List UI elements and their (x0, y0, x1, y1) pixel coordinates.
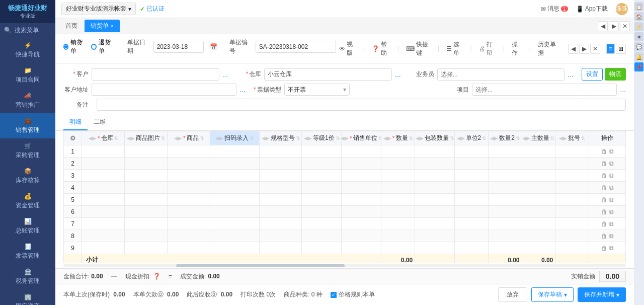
message-button[interactable]: ✉ 消息 1 (541, 5, 568, 13)
row-4-unit2[interactable] (454, 182, 488, 194)
row-7-main-qty[interactable] (522, 218, 555, 230)
row-3-price[interactable] (302, 170, 342, 182)
app-download-button[interactable]: 📱 App下载 (576, 5, 608, 13)
row-4-spec[interactable] (259, 182, 302, 194)
row-1-price[interactable] (302, 145, 342, 158)
row-7-copy-icon[interactable]: ⧉ (609, 220, 614, 227)
row-2-product[interactable] (168, 158, 210, 170)
row-2-spec[interactable] (259, 158, 302, 170)
row-2-price[interactable] (302, 158, 342, 170)
row-4-qty2[interactable] (488, 182, 522, 194)
staff-dots[interactable]: ... (568, 70, 574, 79)
row-5-unit[interactable] (342, 194, 381, 206)
row-9-delete-icon[interactable]: 🗑 (601, 245, 607, 252)
sort-unit2-icon[interactable]: ⇅ (482, 135, 486, 141)
sidebar-item-sales[interactable]: 💼 销售管理 (0, 113, 55, 138)
logistics-button[interactable]: 物流 (605, 68, 626, 81)
row-5-qty[interactable] (381, 194, 415, 206)
row-7-price[interactable] (302, 218, 342, 230)
sort-price-icon[interactable]: ⇅ (336, 135, 340, 141)
sort-unit-left-icon[interactable]: ◀▶ (341, 135, 349, 141)
sort-pack-left-icon[interactable]: ◀▶ (416, 135, 424, 141)
row-1-warehouse[interactable] (82, 145, 125, 158)
sort-batch-left-icon[interactable]: ◀▶ (559, 135, 567, 141)
row-6-barcode[interactable] (210, 206, 259, 218)
sort-qty-icon[interactable]: ⇅ (409, 135, 413, 141)
row-8-copy-icon[interactable]: ⧉ (609, 233, 614, 240)
row-5-delete-icon[interactable]: 🗑 (601, 196, 607, 203)
sidebar-item-inventory[interactable]: 📦 库存核算 (0, 164, 55, 189)
row-1-spec[interactable] (259, 145, 302, 158)
sort-barcode-left-icon[interactable]: ◀▶ (215, 135, 223, 141)
row-4-copy-icon[interactable]: ⧉ (609, 184, 614, 191)
row-9-qty[interactable] (381, 242, 415, 254)
row-6-product[interactable] (168, 206, 210, 218)
sort-price-left-icon[interactable]: ◀▶ (304, 135, 312, 141)
row-8-qty2[interactable] (488, 230, 522, 242)
row-6-spec[interactable] (259, 206, 302, 218)
row-7-delete-icon[interactable]: 🗑 (601, 220, 607, 227)
tab-close-icon[interactable]: × (111, 23, 114, 29)
row-5-main-qty[interactable] (522, 194, 555, 206)
sort-spec-icon[interactable]: ⇅ (296, 135, 300, 141)
save-new-button[interactable]: 保存并新增 ▾ (578, 287, 626, 302)
warehouse-dots[interactable]: ... (395, 70, 401, 79)
rs-icon-3[interactable]: ⚡ (634, 22, 643, 31)
company-selector[interactable]: 好业财专业版演示帐套 ▾ (61, 3, 136, 15)
row-6-qty[interactable] (381, 206, 415, 218)
row-7-barcode[interactable] (210, 218, 259, 230)
row-9-price[interactable] (302, 242, 342, 254)
row-6-unit2[interactable] (454, 206, 488, 218)
row-9-pack-qty[interactable] (415, 242, 455, 254)
sidebar-item-finance[interactable]: 💰 资金管理 (0, 189, 55, 214)
sort-left-icon[interactable]: ◀▶ (89, 135, 97, 141)
row-2-qty[interactable] (381, 158, 415, 170)
row-6-price[interactable] (302, 206, 342, 218)
staff-input[interactable] (437, 68, 565, 81)
row-8-product[interactable] (168, 230, 210, 242)
row-8-unit2[interactable] (454, 230, 488, 242)
row-4-qty[interactable] (381, 182, 415, 194)
row-9-main-qty[interactable] (522, 242, 555, 254)
sort-product-left-icon[interactable]: ◀▶ (174, 135, 182, 141)
row-8-warehouse[interactable] (82, 230, 125, 242)
sort-warehouse-icon[interactable]: ⇅ (114, 135, 118, 141)
customer-input[interactable] (92, 68, 219, 81)
rs-icon-1[interactable]: 📋 (634, 2, 643, 11)
row-4-main-qty[interactable] (522, 182, 555, 194)
price-check-group[interactable]: 价格规则本单 (331, 290, 375, 299)
row-3-product[interactable] (168, 170, 210, 182)
customer-dots[interactable]: ... (222, 70, 228, 79)
row-2-unit[interactable] (342, 158, 381, 170)
tab-home[interactable]: 首页 (59, 20, 84, 32)
tab-sales-order[interactable]: 销货单 × (85, 20, 120, 32)
row-4-pack-qty[interactable] (415, 182, 455, 194)
help-discount-icon[interactable]: ❓ (153, 273, 160, 280)
row-3-warehouse[interactable] (82, 170, 125, 182)
project-dots[interactable]: ... (620, 86, 626, 94)
row-2-barcode[interactable] (210, 158, 259, 170)
row-6-main-qty[interactable] (522, 206, 555, 218)
row-1-delete-icon[interactable]: 🗑 (601, 148, 607, 155)
row-5-product[interactable] (168, 194, 210, 206)
row-4-unit[interactable] (342, 182, 381, 194)
toolbar-help-btn[interactable]: ❓ 帮助 (369, 39, 393, 58)
row-8-price[interactable] (302, 230, 342, 242)
sort-main-left-icon[interactable]: ◀▶ (522, 135, 530, 141)
rs-icon-5[interactable]: 💬 (634, 42, 643, 51)
row-5-price[interactable] (302, 194, 342, 206)
row-7-warehouse[interactable] (82, 218, 125, 230)
rs-icon-6[interactable]: 🔔 (634, 52, 643, 61)
warehouse-input[interactable] (264, 68, 392, 81)
user-avatar[interactable]: 珠珠 (616, 3, 628, 15)
row-1-copy-icon[interactable]: ⧉ (609, 148, 614, 155)
project-input[interactable] (472, 84, 617, 96)
row-9-qty2[interactable] (488, 242, 522, 254)
rs-icon-7[interactable]: 📌 (634, 62, 643, 71)
row-4-warehouse[interactable] (82, 182, 125, 194)
row-5-barcode[interactable] (210, 194, 259, 206)
sidebar-item-accounting[interactable]: 📊 总账管理 (0, 214, 55, 239)
sidebar-item-tax[interactable]: 🏦 税务管理 (0, 264, 55, 289)
th-settings[interactable]: ⚙ (64, 131, 82, 145)
view-mode-list-btn[interactable]: ≡ (606, 44, 615, 54)
